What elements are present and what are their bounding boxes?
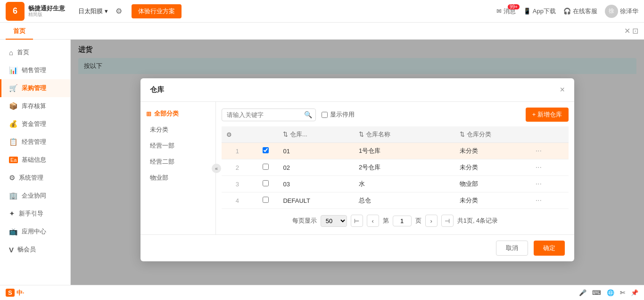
inventory-icon: 📦 [9, 102, 18, 110]
message-button[interactable]: ✉ 消息 99+ [496, 7, 516, 16]
row-checkbox[interactable] [263, 197, 269, 203]
user-menu[interactable]: 徐 徐泽华 [605, 5, 638, 18]
operation-icon: 📋 [9, 138, 18, 146]
row-action-cell[interactable]: ··· [531, 143, 569, 159]
header-store[interactable]: 日太阳膜 [78, 7, 108, 16]
row-name-cell: 水 [354, 176, 455, 192]
row-checkbox[interactable] [263, 147, 269, 153]
category-all-label: 全部分类 [154, 109, 179, 118]
col-code-header[interactable]: ⇅ 仓库... [278, 126, 354, 143]
table-row[interactable]: 1 01 1号仓库 未分类 ··· [222, 143, 569, 159]
col-gear-header[interactable]: ⚙ [222, 126, 253, 143]
col-category-header[interactable]: ⇅ 仓库分类 [455, 126, 531, 143]
row-more-icon[interactable]: ··· [536, 163, 542, 171]
sidebar-label-inventory: 库存核算 [22, 102, 46, 110]
sort-icon-cat: ⇅ [460, 131, 465, 138]
category-collapse-button[interactable]: « [212, 164, 221, 173]
prev-page-button[interactable]: ‹ [367, 215, 379, 227]
table-row[interactable]: 4 DEFAULT 总仓 未分类 ··· [222, 192, 569, 209]
table-toolbar: 🔍 显示停用 + 新增仓库 [222, 108, 569, 122]
sidebar-label-purchase: 采购管理 [22, 84, 46, 92]
row-checkbox[interactable] [263, 164, 269, 170]
brand-name: 畅捷通好生意 [28, 5, 65, 12]
row-check-cell[interactable] [253, 143, 279, 159]
row-check-cell[interactable] [253, 192, 279, 209]
sidebar-item-guide[interactable]: ✦ 新手引导 [0, 205, 70, 223]
sidebar-item-basic[interactable]: Ea 基础信息 [0, 151, 70, 169]
sidebar-item-enterprise[interactable]: 🏢 企业协同 [0, 187, 70, 205]
row-check-cell[interactable] [253, 176, 279, 192]
status-mic-icon[interactable]: 🎤 [579, 289, 586, 296]
category-item-unclassified[interactable]: 未分类 [140, 122, 215, 138]
row-more-icon[interactable]: ··· [536, 147, 542, 155]
sidebar-item-finance[interactable]: 💰 资金管理 [0, 115, 70, 133]
page-label: 第 [383, 217, 389, 225]
search-icon[interactable]: 🔍 [304, 111, 312, 118]
row-gear-cell: 3 [222, 176, 253, 192]
category-item-property[interactable]: 物业部 [140, 170, 215, 186]
sidebar-item-sales[interactable]: 📊 销售管理 [0, 61, 70, 79]
row-action-cell[interactable]: ··· [531, 192, 569, 209]
store-name: 日太阳膜 [78, 7, 103, 16]
sidebar-label-operation: 经营管理 [22, 138, 46, 146]
page-number-input[interactable] [393, 216, 412, 226]
per-page-select[interactable]: 50 100 200 [321, 215, 347, 227]
sidebar-item-operation[interactable]: 📋 经营管理 [0, 133, 70, 151]
search-input[interactable] [222, 108, 316, 121]
table-row[interactable]: 3 03 水 物业部 ··· [222, 176, 569, 192]
row-code-cell: DEFAULT [278, 192, 354, 209]
category-header[interactable]: ⊞ 全部分类 [140, 106, 215, 122]
row-more-icon[interactable]: ··· [536, 180, 542, 188]
sidebar-item-system[interactable]: ⚙ 系统管理 [0, 169, 70, 187]
settings-icon[interactable]: ⚙ [116, 7, 122, 16]
sidebar-item-home[interactable]: ⌂ 首页 [0, 43, 70, 61]
row-check-cell[interactable] [253, 159, 279, 176]
sidebar-label-system: 系统管理 [19, 174, 43, 182]
row-action-cell[interactable]: ··· [531, 176, 569, 192]
confirm-button[interactable]: 确定 [534, 241, 565, 256]
col-check-header [253, 126, 279, 143]
show-disabled-checkbox[interactable] [322, 112, 328, 118]
cancel-button[interactable]: 取消 [496, 241, 528, 256]
sidebar-label-guide: 新手引导 [19, 209, 43, 218]
col-name-header[interactable]: ⇅ 仓库名称 [354, 126, 455, 143]
row-action-cell[interactable]: ··· [531, 159, 569, 176]
sidebar-label-sales: 销售管理 [22, 66, 46, 75]
app-label: App下载 [533, 7, 556, 16]
status-lang-icon[interactable]: 🌐 [607, 289, 614, 296]
sidebar-item-inventory[interactable]: 📦 库存核算 [0, 97, 70, 115]
tab-close-icon[interactable]: ✕ ⊡ [624, 26, 638, 35]
sidebar-label-enterprise: 企业协同 [22, 192, 46, 200]
status-keyboard-icon[interactable]: ⌨ [592, 289, 601, 296]
sales-icon: 📊 [9, 66, 18, 75]
modal-close-button[interactable]: × [560, 85, 565, 95]
row-category-cell: 未分类 [455, 159, 531, 176]
status-cut-icon[interactable]: ✄ [620, 289, 625, 296]
row-category-cell: 未分类 [455, 192, 531, 209]
row-checkbox[interactable] [263, 180, 269, 186]
try-industry-button[interactable]: 体验行业方案 [132, 4, 182, 18]
show-disabled-wrap: 显示停用 [322, 110, 355, 119]
last-page-button[interactable]: ⊣ [441, 215, 454, 227]
category-item-dept1[interactable]: 经营一部 [140, 138, 215, 154]
app-download-button[interactable]: 📱 App下载 [523, 7, 556, 16]
add-warehouse-button[interactable]: + 新增仓库 [526, 108, 569, 122]
total-info: 共1页, 4条记录 [457, 217, 498, 225]
table-row[interactable]: 2 02 2号仓库 未分类 ··· [222, 159, 569, 176]
category-item-dept2[interactable]: 经营二部 [140, 154, 215, 170]
sidebar-item-apps[interactable]: 📺 应用中心 [0, 223, 70, 241]
next-page-button[interactable]: › [425, 215, 438, 227]
tab-home[interactable]: 首页 [6, 23, 33, 40]
sidebar: ⌂ 首页 📊 销售管理 🛒 采购管理 📦 库存核算 💰 资金管理 📋 经营管理 … [0, 40, 71, 300]
sidebar-item-purchase[interactable]: 🛒 采购管理 [0, 79, 70, 97]
apps-icon: 📺 [9, 227, 18, 236]
online-service-button[interactable]: 🎧 在线客服 [563, 7, 597, 16]
mobile-icon: 📱 [523, 8, 531, 15]
status-pin-icon[interactable]: 📌 [631, 289, 638, 296]
first-page-button[interactable]: ⊢ [351, 215, 363, 227]
row-code-cell: 02 [278, 159, 354, 176]
sidebar-item-member[interactable]: V 畅会员 [0, 241, 70, 258]
row-more-icon[interactable]: ··· [536, 196, 542, 204]
table-container: ⚙ ⇅ 仓库... ⇅ [222, 126, 569, 209]
sort-icon-name: ⇅ [359, 131, 364, 138]
